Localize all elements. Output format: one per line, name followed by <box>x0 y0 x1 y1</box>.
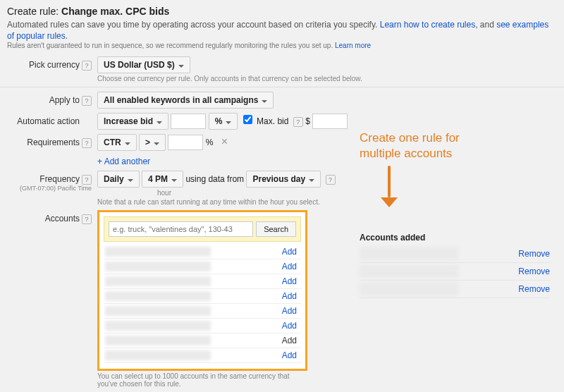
maxbid-checkbox[interactable] <box>243 115 252 124</box>
req-unit: % <box>206 137 214 147</box>
chevron-down-icon <box>128 179 133 182</box>
account-name-redacted <box>105 291 211 301</box>
maxbid-input[interactable] <box>312 114 348 129</box>
reqs-label: Requirements <box>27 137 80 147</box>
chevron-down-icon <box>154 142 159 145</box>
account-row: Add <box>104 289 301 304</box>
account-name-redacted <box>105 336 211 345</box>
chevron-down-icon <box>171 179 177 182</box>
added-account-redacted <box>360 247 458 260</box>
account-row: Add <box>104 274 301 289</box>
currency-symbol: $ <box>305 116 310 126</box>
help-icon[interactable]: ? <box>326 175 336 185</box>
currency-note: Choose one currency per rule. Only accou… <box>97 75 564 82</box>
intro-text: Automated rules can save you time by ope… <box>7 19 557 42</box>
add-account-button[interactable]: Add <box>279 262 300 271</box>
chevron-down-icon <box>226 121 231 124</box>
apply-label: Apply to <box>49 95 80 105</box>
help-icon[interactable]: ? <box>293 117 303 127</box>
freq-interval-dropdown[interactable]: Daily <box>97 171 140 188</box>
accounts-picker: Search AddAddAddAddAddAddAddAdd <box>97 210 307 371</box>
req-value-input[interactable] <box>168 135 203 150</box>
accounts-label: Accounts <box>45 214 80 223</box>
add-account-button[interactable]: Add <box>279 306 300 316</box>
added-account-redacted <box>360 265 458 278</box>
req-metric-dropdown[interactable]: CTR <box>97 134 137 151</box>
action-unit-dropdown[interactable]: % <box>209 113 238 130</box>
remove-req-icon[interactable]: × <box>221 136 228 147</box>
learn-more-link[interactable]: Learn more <box>335 42 371 49</box>
action-value-input[interactable] <box>171 114 206 129</box>
account-name-redacted <box>105 306 211 316</box>
remove-account-link[interactable]: Remove <box>518 284 550 294</box>
account-search-input[interactable] <box>109 221 253 237</box>
apply-dropdown[interactable]: All enabled keywords in all campaigns <box>97 92 274 109</box>
page-title: Create rule: Change max. CPC bids <box>7 6 557 17</box>
freq-time-dropdown[interactable]: 4 PM <box>142 171 183 188</box>
arrow-icon <box>381 166 398 207</box>
help-icon[interactable]: ? <box>82 138 92 148</box>
action-label: Automatic action <box>17 116 80 126</box>
hour-hint: hour <box>157 189 564 197</box>
add-requirement-link[interactable]: + Add another <box>97 157 150 166</box>
chevron-down-icon <box>262 100 267 103</box>
account-name-redacted <box>105 350 211 360</box>
added-account-row: Remove <box>360 263 550 281</box>
learn-link[interactable]: Learn how to create rules <box>380 20 475 30</box>
account-row: Add <box>104 333 301 348</box>
account-row: Add <box>104 259 301 274</box>
accounts-added-title: Accounts added <box>360 233 550 243</box>
maxbid-label: Max. bid <box>257 116 288 126</box>
freq-note: Note that a rule can start running at an… <box>97 198 564 206</box>
account-row: Add <box>104 319 301 333</box>
annotation-callout: Create one rule for multiple accounts <box>360 130 460 161</box>
currency-dropdown[interactable]: US Dollar (USD $) <box>97 56 190 73</box>
freq-range-dropdown[interactable]: Previous day <box>246 171 321 188</box>
account-name-redacted <box>105 262 211 271</box>
accounts-note: You can select up to 1000 accounts in th… <box>97 372 302 388</box>
add-account-button[interactable]: Add <box>279 321 300 331</box>
search-button[interactable]: Search <box>256 221 296 237</box>
add-account-button[interactable]: Add <box>279 247 300 257</box>
remove-account-link[interactable]: Remove <box>518 249 550 259</box>
help-icon[interactable]: ? <box>82 214 92 224</box>
account-name-redacted <box>105 276 211 286</box>
remove-account-link[interactable]: Remove <box>518 267 550 276</box>
add-account-button[interactable]: Add <box>279 276 300 286</box>
help-icon[interactable]: ? <box>82 61 92 71</box>
account-row: Add <box>104 348 301 363</box>
chevron-down-icon <box>157 121 162 124</box>
add-account-button[interactable]: Add <box>279 336 300 345</box>
freq-mid: using data from <box>185 174 244 184</box>
disclaimer: Rules aren't guaranteed to run in sequen… <box>7 42 557 49</box>
added-account-redacted <box>360 283 458 295</box>
req-op-dropdown[interactable]: > <box>139 134 166 151</box>
account-row: Add <box>104 245 301 259</box>
help-icon[interactable]: ? <box>82 96 92 106</box>
action-type-dropdown[interactable]: Increase bid <box>97 113 168 130</box>
added-account-row: Remove <box>360 245 550 263</box>
timezone: (GMT-07:00) Pacific Time <box>0 185 92 192</box>
freq-label: Frequency <box>39 174 80 184</box>
help-icon[interactable]: ? <box>82 175 92 185</box>
chevron-down-icon <box>178 65 184 68</box>
add-account-button[interactable]: Add <box>279 350 300 360</box>
account-name-redacted <box>105 321 211 331</box>
chevron-down-icon <box>125 142 130 145</box>
added-account-row: Remove <box>360 281 550 298</box>
chevron-down-icon <box>309 179 314 182</box>
currency-label: Pick currency <box>29 60 80 70</box>
add-account-button[interactable]: Add <box>279 291 300 301</box>
account-name-redacted <box>105 247 211 257</box>
account-row: Add <box>104 304 301 319</box>
